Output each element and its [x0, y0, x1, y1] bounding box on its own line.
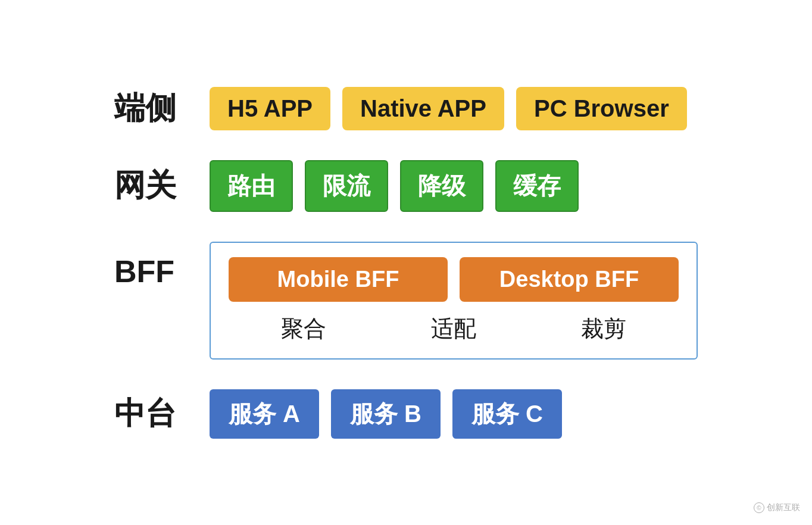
bff-label: BFF	[114, 242, 192, 289]
jiangjie-badge: 降级	[400, 160, 483, 212]
h5-app-badge: H5 APP	[210, 87, 330, 130]
juhe-label: 聚合	[281, 314, 326, 344]
service-b-badge: 服务 B	[331, 389, 441, 439]
watermark-icon: ©	[754, 502, 764, 513]
service-a-badge: 服务 A	[210, 389, 319, 439]
native-app-badge: Native APP	[342, 87, 504, 130]
wanguan-content: 路由 限流 降级 缓存	[210, 160, 698, 212]
mobile-bff-badge: Mobile BFF	[229, 257, 448, 302]
bff-row: BFF Mobile BFF Desktop BFF 聚合 适配 裁剪	[114, 242, 698, 360]
bff-bottom: 聚合 适配 裁剪	[229, 314, 679, 344]
duance-row: 端侧 H5 APP Native APP PC Browser	[114, 87, 698, 130]
service-c-badge: 服务 C	[452, 389, 562, 439]
huancun-badge: 缓存	[495, 160, 579, 212]
shipei-label: 适配	[431, 314, 476, 344]
watermark: © 创新互联	[754, 502, 800, 513]
zhongtai-content: 服务 A 服务 B 服务 C	[210, 389, 698, 439]
bff-top: Mobile BFF Desktop BFF	[229, 257, 679, 302]
xanliu-badge: 限流	[305, 160, 388, 212]
wanguan-row: 网关 路由 限流 降级 缓存	[114, 160, 698, 212]
luyou-badge: 路由	[210, 160, 293, 212]
duance-content: H5 APP Native APP PC Browser	[210, 87, 698, 130]
watermark-text: 创新互联	[767, 502, 800, 513]
wanguan-label: 网关	[114, 165, 192, 207]
architecture-diagram: 端侧 H5 APP Native APP PC Browser 网关 路由 限流…	[79, 63, 733, 462]
desktop-bff-badge: Desktop BFF	[460, 257, 679, 302]
zhongtai-label: 中台	[114, 393, 192, 435]
caijian-label: 裁剪	[581, 314, 626, 344]
bff-box: Mobile BFF Desktop BFF 聚合 适配 裁剪	[210, 242, 698, 360]
duance-label: 端侧	[114, 88, 192, 129]
pc-browser-badge: PC Browser	[516, 87, 687, 130]
zhongtai-row: 中台 服务 A 服务 B 服务 C	[114, 389, 698, 439]
